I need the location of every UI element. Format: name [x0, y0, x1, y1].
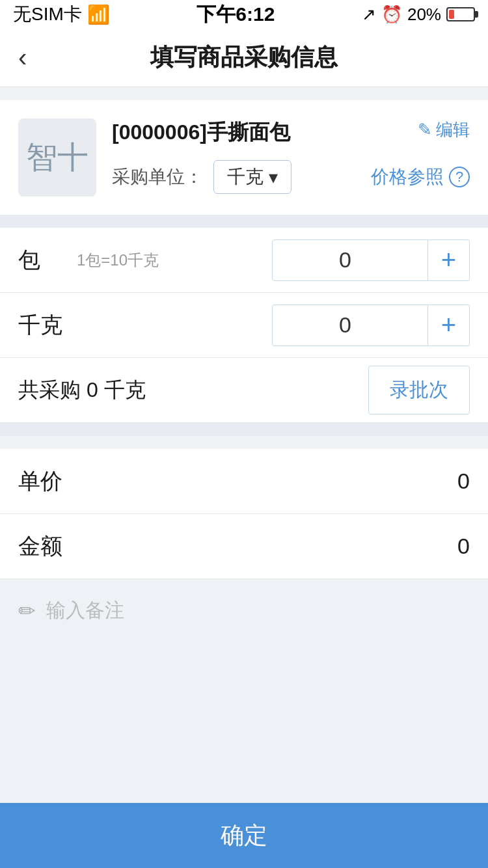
- content-spacer: [0, 642, 488, 824]
- product-name: [0000006]手撕面包: [112, 118, 407, 147]
- product-header: [0000006]手撕面包 ✎ 编辑: [112, 118, 470, 147]
- pencil-icon: ✏: [18, 599, 36, 623]
- nav-bar: ‹ 填写商品采购信息: [0, 29, 488, 87]
- battery-fill: [449, 10, 454, 19]
- input-section: 包 1包=10千克 + 千克 +: [0, 228, 488, 358]
- product-image: 智十: [18, 118, 96, 197]
- bag-label: 包: [18, 245, 70, 275]
- kg-input-right: +: [272, 305, 470, 346]
- unit-price-value: 0: [457, 468, 470, 494]
- help-icon: ?: [449, 167, 470, 187]
- remark-placeholder: 输入备注: [46, 597, 124, 624]
- section-divider-2: [0, 423, 488, 436]
- total-section: 共采购 0 千克 录批次: [0, 358, 488, 423]
- kg-label: 千克: [18, 310, 70, 340]
- alarm-icon: ⏰: [381, 5, 402, 25]
- status-right: ↗ ⏰ 20%: [362, 5, 475, 25]
- bag-input[interactable]: [272, 239, 428, 281]
- page-title: 填写商品采购信息: [150, 42, 338, 74]
- status-bar: 无SIM卡 📶 下午6:12 ↗ ⏰ 20%: [0, 0, 488, 29]
- edit-label: 编辑: [436, 118, 470, 141]
- amount-row: 金额 0: [0, 514, 488, 579]
- status-time: 下午6:12: [197, 1, 275, 28]
- amount-value: 0: [457, 534, 470, 559]
- product-logo: 智十: [26, 137, 88, 178]
- unit-price-row: 单价 0: [0, 449, 488, 514]
- back-button[interactable]: ‹: [18, 43, 27, 72]
- edit-button[interactable]: ✎ 编辑: [418, 118, 470, 141]
- confirm-button[interactable]: 确定: [0, 803, 488, 868]
- product-card: 智十 [0000006]手撕面包 ✎ 编辑 采购单位： 千克 ▾ 价格参照 ?: [0, 100, 488, 215]
- bag-input-right: +: [272, 239, 470, 281]
- kg-input-row: 千克 +: [0, 293, 488, 358]
- price-ref-button[interactable]: 价格参照 ?: [371, 165, 470, 189]
- bag-input-row: 包 1包=10千克 +: [0, 228, 488, 293]
- location-icon: ↗: [362, 5, 376, 25]
- remark-section[interactable]: ✏ 输入备注: [0, 579, 488, 642]
- carrier-text: 无SIM卡: [13, 2, 82, 27]
- purchase-unit-row: 采购单位： 千克 ▾ 价格参照 ?: [112, 160, 470, 194]
- price-section: 单价 0 金额 0: [0, 449, 488, 579]
- status-left: 无SIM卡 📶: [13, 2, 110, 27]
- price-ref-label: 价格参照: [371, 165, 444, 189]
- product-info: [0000006]手撕面包 ✎ 编辑 采购单位： 千克 ▾ 价格参照 ?: [112, 118, 470, 194]
- total-text: 共采购 0 千克: [18, 376, 146, 405]
- kg-plus-button[interactable]: +: [428, 305, 470, 346]
- unit-price-label: 单价: [18, 467, 62, 496]
- kg-input[interactable]: [272, 305, 428, 346]
- wifi-icon: 📶: [87, 4, 110, 25]
- bag-sublabel: 1包=10千克: [77, 250, 159, 271]
- unit-dropdown[interactable]: 千克 ▾: [213, 160, 291, 194]
- edit-icon: ✎: [418, 120, 432, 140]
- battery-icon: [446, 7, 475, 21]
- amount-label: 金额: [18, 532, 62, 562]
- bag-plus-button[interactable]: +: [428, 239, 470, 281]
- battery-percent: 20%: [407, 5, 441, 25]
- chevron-down-icon: ▾: [269, 167, 278, 188]
- unit-value: 千克: [227, 165, 264, 189]
- batch-button[interactable]: 录批次: [368, 366, 470, 414]
- section-divider-1: [0, 215, 488, 228]
- purchase-unit-label: 采购单位：: [112, 165, 203, 189]
